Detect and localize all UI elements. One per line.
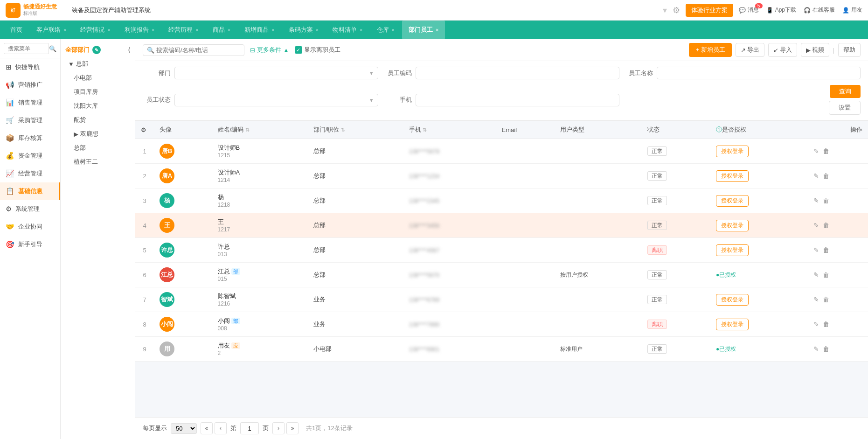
close-tab-icon[interactable]: × bbox=[195, 27, 198, 33]
auth-btn[interactable]: 授权登录 bbox=[716, 294, 749, 306]
filter-btn[interactable]: ⊟ 更多条件 ▲ bbox=[250, 46, 289, 54]
set-btn[interactable]: 设置 bbox=[829, 101, 861, 115]
edit-btn[interactable]: ✎ bbox=[813, 296, 819, 303]
delete-btn[interactable]: 🗑 bbox=[823, 246, 829, 254]
nav-tab-仓库[interactable]: 仓库× bbox=[370, 21, 401, 39]
auth-btn[interactable]: 授权登录 bbox=[716, 220, 749, 231]
auth-btn[interactable]: 授权登录 bbox=[716, 319, 749, 330]
app-download-btn[interactable]: 📱 App下载 bbox=[766, 6, 796, 14]
close-tab-icon[interactable]: × bbox=[152, 27, 154, 33]
delete-btn[interactable]: 🗑 bbox=[823, 147, 829, 155]
emp-name-input[interactable] bbox=[657, 67, 861, 79]
dept-edit-icon[interactable]: ✎ bbox=[92, 46, 101, 54]
add-employee-btn[interactable]: + 新增员工 bbox=[689, 43, 731, 57]
edit-btn[interactable]: ✎ bbox=[813, 345, 819, 353]
close-tab-icon[interactable]: × bbox=[107, 27, 110, 33]
sidebar-item-collab[interactable]: 🤝企业协同 bbox=[0, 218, 60, 236]
sidebar-item-basic[interactable]: 📋基础信息 bbox=[0, 182, 60, 200]
nav-tab-首页[interactable]: 首页 bbox=[4, 21, 29, 39]
edit-btn[interactable]: ✎ bbox=[813, 222, 819, 229]
auth-btn[interactable]: 授权登录 bbox=[716, 244, 749, 256]
sidebar-search-input[interactable] bbox=[4, 43, 49, 54]
dept-node-zhishu[interactable]: 植树王二 bbox=[61, 155, 135, 169]
next-page-btn[interactable]: › bbox=[272, 422, 285, 434]
sidebar-item-finance[interactable]: 💰资金管理 bbox=[0, 147, 60, 165]
close-tab-icon[interactable]: × bbox=[316, 27, 319, 33]
nav-tab-部门员工[interactable]: 部门员工× bbox=[402, 21, 445, 39]
delete-btn[interactable]: 🗑 bbox=[823, 345, 829, 353]
last-page-btn[interactable]: » bbox=[286, 422, 299, 434]
close-tab-icon[interactable]: × bbox=[228, 27, 230, 33]
prev-page-btn[interactable]: ‹ bbox=[215, 422, 227, 434]
nav-tab-新增商品[interactable]: 新增商品× bbox=[238, 21, 281, 39]
first-page-btn[interactable]: « bbox=[201, 422, 213, 434]
auth-btn[interactable]: 授权登录 bbox=[716, 195, 749, 207]
nav-tab-经营历程[interactable]: 经营历程× bbox=[162, 21, 205, 39]
sidebar-item-marketing[interactable]: 📢营销推广 bbox=[0, 76, 60, 94]
delete-btn[interactable]: 🗑 bbox=[823, 321, 829, 328]
user-avatar[interactable]: 👤 用友 bbox=[842, 6, 862, 14]
auth-btn[interactable]: 授权登录 bbox=[716, 146, 749, 157]
sys-dropdown-icon[interactable]: ▾ bbox=[663, 5, 667, 15]
sidebar-item-purchase[interactable]: 🛒采购管理 bbox=[0, 111, 60, 129]
edit-btn[interactable]: ✎ bbox=[813, 172, 819, 180]
online-service-btn[interactable]: 🎧 在线客服 bbox=[804, 6, 835, 14]
nav-tab-物料清单[interactable]: 物料清单× bbox=[326, 21, 369, 39]
th-phone[interactable]: 手机 ⇅ bbox=[403, 121, 496, 139]
close-tab-icon[interactable]: × bbox=[271, 27, 274, 33]
nav-tab-利润报告[interactable]: 利润报告× bbox=[118, 21, 161, 39]
close-tab-icon[interactable]: × bbox=[392, 27, 395, 33]
sidebar-item-system[interactable]: ⚙系统管理 bbox=[0, 200, 60, 218]
dept-node-peihuo[interactable]: 配货 bbox=[61, 113, 135, 127]
dept-collapse-icon[interactable]: ⟨ bbox=[128, 46, 130, 54]
search-input[interactable] bbox=[156, 47, 240, 54]
messages-btn[interactable]: 💬 消息 5 bbox=[739, 6, 759, 14]
edit-btn[interactable]: ✎ bbox=[813, 197, 819, 204]
import-btn[interactable]: ↙ 导入 bbox=[768, 43, 797, 57]
view-btn[interactable]: ▶ 视频 bbox=[801, 43, 829, 57]
sidebar-item-inventory[interactable]: 📦库存核算 bbox=[0, 129, 60, 147]
show-departed-toggle[interactable]: ✓ 显示离职员工 bbox=[295, 46, 340, 54]
sidebar-item-sales[interactable]: 📊销售管理 bbox=[0, 94, 60, 111]
dept-node-xiangmu[interactable]: 项目库房 bbox=[61, 85, 135, 99]
emp-code-input[interactable] bbox=[416, 67, 619, 79]
delete-btn[interactable]: 🗑 bbox=[823, 222, 829, 229]
dept-select[interactable]: ▾ bbox=[174, 67, 378, 79]
delete-btn[interactable]: 🗑 bbox=[823, 197, 829, 204]
nav-tab-经营情况[interactable]: 经营情况× bbox=[74, 21, 117, 39]
sidebar-item-operation[interactable]: 📈经营管理 bbox=[0, 165, 60, 182]
settings-icon[interactable]: ⚙ bbox=[673, 5, 680, 15]
export-btn[interactable]: ↗ 导出 bbox=[736, 43, 764, 57]
sidebar-item-guide[interactable]: 🎯新手引导 bbox=[0, 236, 60, 253]
edit-btn[interactable]: ✎ bbox=[813, 246, 819, 254]
dept-node-shuanglv[interactable]: ▶ 双鹿想 bbox=[61, 127, 135, 141]
delete-btn[interactable]: 🗑 bbox=[823, 271, 829, 279]
auth-btn[interactable]: 授权登录 bbox=[716, 170, 749, 182]
status-select[interactable]: ▾ bbox=[174, 94, 378, 106]
close-tab-icon[interactable]: × bbox=[360, 27, 362, 33]
search-btn[interactable]: 查询 bbox=[830, 85, 861, 98]
close-tab-icon[interactable]: × bbox=[436, 27, 438, 33]
nav-tab-客户联络[interactable]: 客户联络× bbox=[30, 21, 73, 39]
delete-btn[interactable]: 🗑 bbox=[823, 172, 829, 180]
edit-btn[interactable]: ✎ bbox=[813, 321, 819, 328]
sidebar-item-quick-nav[interactable]: ⊞快捷导航 bbox=[0, 58, 60, 76]
dept-node-xiaodian[interactable]: 小电部 bbox=[61, 71, 135, 85]
close-tab-icon[interactable]: × bbox=[63, 27, 66, 33]
delete-btn[interactable]: 🗑 bbox=[823, 296, 829, 303]
phone-input[interactable] bbox=[416, 94, 619, 106]
th-name[interactable]: 姓名/编码 ⇅ bbox=[212, 121, 308, 139]
edit-btn[interactable]: ✎ bbox=[813, 271, 819, 279]
page-number-input[interactable] bbox=[240, 422, 259, 434]
nav-tab-条码方案[interactable]: 条码方案× bbox=[282, 21, 325, 39]
experience-btn[interactable]: 体验行业方案 bbox=[686, 4, 733, 17]
nav-tab-商品[interactable]: 商品× bbox=[206, 21, 237, 39]
edit-btn[interactable]: ✎ bbox=[813, 147, 819, 155]
dept-node-shenyang[interactable]: 沈阳大库 bbox=[61, 99, 135, 113]
dept-node-zongbu2[interactable]: 总部 bbox=[61, 141, 135, 155]
help-btn[interactable]: 帮助 bbox=[838, 43, 861, 57]
th-settings[interactable]: ⚙ bbox=[135, 121, 154, 139]
dept-node-zongbu[interactable]: ▼ 总部 bbox=[61, 57, 135, 71]
per-page-select[interactable]: 50 20 100 bbox=[171, 423, 197, 434]
th-dept[interactable]: 部门/职位 ⇅ bbox=[308, 121, 403, 139]
